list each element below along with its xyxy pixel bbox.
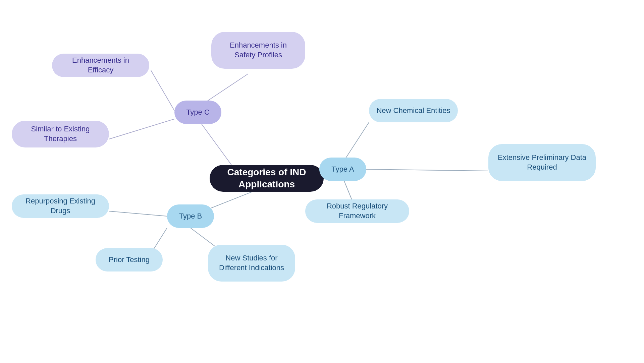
svg-line-11 (109, 119, 174, 139)
new-chemical-entities-node: New Chemical Entities (369, 99, 458, 122)
type-b-node: Type B (167, 204, 214, 228)
type-c-node: Type C (174, 101, 221, 124)
enhancements-efficacy-node: Enhancements in Efficacy (52, 54, 149, 77)
svg-line-9 (151, 70, 174, 111)
new-studies-node: New Studies for Different Indications (208, 245, 295, 282)
center-node: Categories of IND Applications (210, 165, 324, 192)
type-a-node: Type A (319, 158, 366, 181)
similar-therapies-node: Similar to Existing Therapies (12, 121, 109, 147)
svg-line-2 (198, 119, 231, 165)
extensive-preliminary-data-node: Extensive Preliminary Data Required (488, 144, 596, 181)
svg-line-6 (109, 211, 167, 216)
prior-testing-node: Prior Testing (96, 248, 163, 271)
svg-line-3 (343, 122, 369, 163)
enhancements-safety-node: Enhancements in Safety Profiles (211, 32, 305, 69)
repurposing-existing-drugs-node: Repurposing Existing Drugs (12, 194, 109, 218)
robust-regulatory-framework-node: Robust Regulatory Framework (305, 199, 409, 223)
svg-line-4 (366, 169, 488, 171)
